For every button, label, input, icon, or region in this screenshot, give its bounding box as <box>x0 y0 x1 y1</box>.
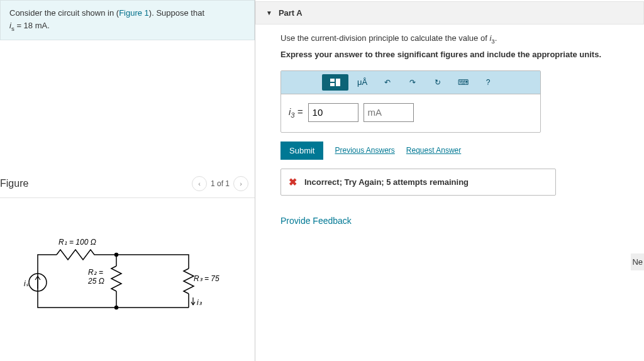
instruction-text: Express your answer to three significant… <box>280 50 640 59</box>
svg-text:R₂ =: R₂ = <box>88 268 103 277</box>
svg-text:R₃ = 75 Ω: R₃ = 75 Ω <box>194 274 220 283</box>
svg-text:R₁ = 100 Ω: R₁ = 100 Ω <box>58 238 96 247</box>
question-text: Use the current-division principle to ca… <box>280 33 640 45</box>
feedback-text: Incorrect; Try Again; 5 attempts remaini… <box>304 177 469 187</box>
units-button[interactable]: μÅ <box>351 74 374 91</box>
part-header[interactable]: ▼ Part A <box>255 1 644 25</box>
reset-button[interactable]: ↻ <box>426 74 449 91</box>
undo-button[interactable]: ↶ <box>376 74 399 91</box>
figure-pager: ‹ 1 of 1 › <box>192 176 248 191</box>
answer-toolbar: μÅ ↶ ↷ ↻ ⌨ ? <box>281 71 540 94</box>
svg-text:iₛ: iₛ <box>24 279 29 288</box>
part-title: Part A <box>279 8 303 18</box>
svg-text:25 Ω: 25 Ω <box>87 277 104 286</box>
answer-widget: μÅ ↶ ↷ ↻ ⌨ ? i3 = mA <box>280 70 541 133</box>
figure-link[interactable]: Figure 1 <box>119 8 149 18</box>
template-icon[interactable] <box>322 74 348 91</box>
pager-count: 1 of 1 <box>211 179 230 188</box>
unit-input[interactable]: mA <box>364 103 414 122</box>
pager-prev-button[interactable]: ‹ <box>192 176 207 191</box>
svg-rect-10 <box>336 79 340 86</box>
figure-title: Figure <box>0 178 28 189</box>
svg-point-1 <box>115 253 118 256</box>
provide-feedback-link[interactable]: Provide Feedback <box>280 216 640 226</box>
submit-button[interactable]: Submit <box>280 142 323 160</box>
next-button[interactable]: Ne <box>631 253 644 270</box>
action-row: Submit Previous Answers Request Answer <box>280 142 640 160</box>
help-button[interactable]: ? <box>477 74 499 91</box>
intro-text: Consider the circuit shown in ( <box>9 8 119 18</box>
answer-row: i3 = mA <box>281 94 540 132</box>
svg-point-2 <box>115 306 118 309</box>
incorrect-icon: ✖ <box>289 176 297 188</box>
feedback-box: ✖ Incorrect; Try Again; 5 attempts remai… <box>280 169 556 196</box>
request-answer-link[interactable]: Request Answer <box>406 146 461 155</box>
pager-next-button[interactable]: › <box>233 176 248 191</box>
keyboard-button[interactable]: ⌨ <box>452 74 474 91</box>
svg-rect-9 <box>330 79 335 82</box>
circuit-diagram: iₛ R₁ = 100 Ω R₂ = 25 Ω R₃ = 75 Ω i₃ <box>0 198 255 330</box>
answer-var: i3 = <box>289 106 303 119</box>
svg-text:i₃: i₃ <box>197 298 203 307</box>
caret-down-icon: ▼ <box>266 9 272 16</box>
previous-answers-link[interactable]: Previous Answers <box>335 146 394 155</box>
is-equation: is = 18 mA. <box>9 21 50 30</box>
problem-intro: Consider the circuit shown in (Figure 1)… <box>0 0 255 40</box>
svg-rect-11 <box>330 83 335 86</box>
figure-header: Figure ‹ 1 of 1 › <box>0 172 255 198</box>
value-input[interactable] <box>308 103 358 122</box>
redo-button[interactable]: ↷ <box>401 74 424 91</box>
